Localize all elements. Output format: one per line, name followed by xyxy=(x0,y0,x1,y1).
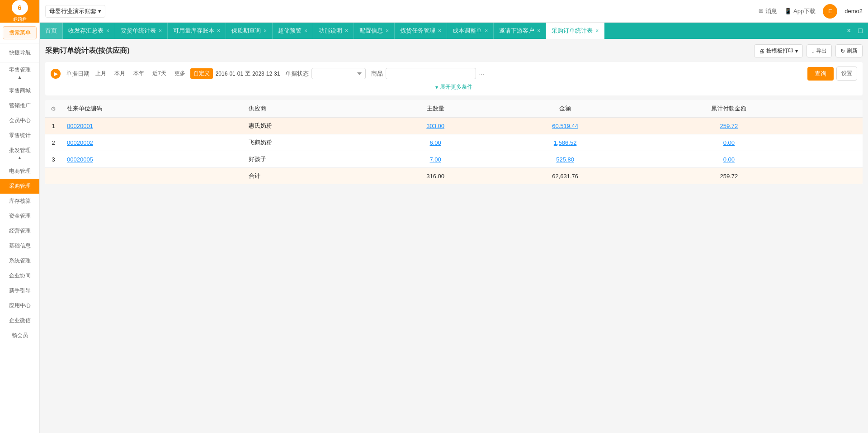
tab-close-icon[interactable]: × xyxy=(106,28,109,34)
code-link[interactable]: 00020002 xyxy=(67,139,93,146)
tab-goods-stat[interactable]: 要货单统计表 × xyxy=(115,23,168,39)
export-btn[interactable]: ↓ 导出 xyxy=(807,44,832,57)
qty-link[interactable]: 7.00 xyxy=(430,156,441,163)
sidebar-item-app-center[interactable]: 应用中心 xyxy=(0,298,39,313)
sidebar-item-enterprise-wx[interactable]: 企业微信 xyxy=(0,313,39,328)
tab-close-icon[interactable]: × xyxy=(345,28,348,34)
tab-invite-downstream[interactable]: 邀请下游客户 × xyxy=(494,23,546,39)
print-icon: 🖨 xyxy=(759,48,764,54)
code-link[interactable]: 00020001 xyxy=(67,123,93,129)
row-amount: 525.80 xyxy=(492,151,638,168)
sidebar-item-member-center[interactable]: 会员中心 xyxy=(0,113,39,128)
table-row[interactable]: 3 00020005 好孩子 7.00 525.80 0.00 xyxy=(45,151,863,168)
user-avatar[interactable]: E xyxy=(823,4,837,19)
row-extra xyxy=(820,151,863,168)
sidebar-item-inventory[interactable]: 库存核算 xyxy=(0,194,39,209)
tab-close-icon[interactable]: × xyxy=(304,28,307,34)
tab-home[interactable]: 首页 xyxy=(40,23,63,39)
message-btn[interactable]: ✉ 消息 xyxy=(759,7,777,15)
sidebar-item-sys-mgmt[interactable]: 系统管理 xyxy=(0,253,39,268)
sidebar-item-enterprise-coop[interactable]: 企业协同 xyxy=(0,268,39,283)
row-paid: 0.00 xyxy=(638,134,820,151)
tab-expiry-query[interactable]: 保质期查询 × xyxy=(226,23,273,39)
tab-overstock-warn[interactable]: 超储预警 × xyxy=(273,23,313,39)
paid-link[interactable]: 259.72 xyxy=(720,123,738,129)
footer-empty xyxy=(45,168,61,185)
sidebar-item-ecom-mgmt[interactable]: 电商管理 xyxy=(0,164,39,179)
tabbar-end: × □ xyxy=(841,26,868,36)
col-header-qty: 主数量 xyxy=(379,100,492,118)
sidebar-nav: 零售管理 ▲ 零售商城 营销推广 会员中心 零售统计 批发管理 ▲ 电商管理 采… xyxy=(0,62,39,433)
tab-close-icon[interactable]: × xyxy=(485,28,488,34)
date-shortcut-custom[interactable]: 自定义 xyxy=(190,68,213,79)
sidebar-item-retail-stat[interactable]: 零售统计 xyxy=(0,128,39,143)
sidebar-item-basic-info[interactable]: 基础信息 xyxy=(0,238,39,253)
date-shortcut-last-month[interactable]: 上月 xyxy=(92,68,109,79)
sidebar-item-member[interactable]: 畅会员 xyxy=(0,328,39,343)
date-shortcut-7days[interactable]: 近7天 xyxy=(149,68,170,79)
tab-close-icon[interactable]: × xyxy=(386,28,389,34)
tab-close-icon[interactable]: × xyxy=(264,28,267,34)
col-settings-icon[interactable]: ⚙ xyxy=(45,100,61,118)
qty-link[interactable]: 303.00 xyxy=(426,123,444,129)
tab-recv-send[interactable]: 收发存汇总表 × xyxy=(63,23,115,39)
sidebar-item-marketing[interactable]: 营销推广 xyxy=(0,98,39,113)
user-avatar-text: E xyxy=(828,8,832,14)
main-area: 母婴行业演示账套 ▾ ✉ 消息 📱 App下载 E demo2 首页 收发存汇总… xyxy=(40,0,868,433)
quick-nav-item[interactable]: 快捷导航 xyxy=(0,45,39,60)
search-menu-btn[interactable]: 搜索菜单 xyxy=(3,26,37,39)
sidebar-item-wholesale-mgmt[interactable]: 批发管理 ▲ xyxy=(0,143,39,164)
search-btn[interactable]: 查询 xyxy=(807,67,834,81)
row-amount: 1,586.52 xyxy=(492,134,638,151)
filter-collapse-btn[interactable]: ▶ xyxy=(51,69,61,79)
tab-purchase-order-stat[interactable]: 采购订单统计表 × xyxy=(546,23,604,39)
tab-close-icon[interactable]: × xyxy=(537,28,540,34)
tab-close-icon[interactable]: × xyxy=(217,28,220,34)
paid-link[interactable]: 0.00 xyxy=(723,156,735,163)
expand-more-btn[interactable]: ▾ 展开更多条件 xyxy=(435,83,472,91)
tab-close-icon[interactable]: × xyxy=(159,28,162,34)
app-download-btn[interactable]: 📱 App下载 xyxy=(784,7,816,15)
date-shortcut-this-year[interactable]: 本年 xyxy=(130,68,147,79)
tab-close-icon[interactable]: × xyxy=(438,28,441,34)
refresh-btn[interactable]: ↻ 刷新 xyxy=(835,44,863,57)
sidebar-item-retail-store[interactable]: 零售商城 xyxy=(0,83,39,98)
goods-input-more-icon[interactable]: ··· xyxy=(479,70,484,77)
sidebar-logo-label: 标题栏 xyxy=(13,16,27,23)
sidebar-item-purchase-mgmt[interactable]: 采购管理 xyxy=(0,179,39,194)
table-row[interactable]: 2 00020002 飞鹤奶粉 6.00 1,586.52 0.00 xyxy=(45,134,863,151)
tab-config-info[interactable]: 配置信息 × xyxy=(354,23,395,39)
sidebar-item-retail-mgmt[interactable]: 零售管理 ▲ xyxy=(0,62,39,83)
sidebar-item-label: 零售管理 xyxy=(9,66,31,74)
sidebar-item-label: 采购管理 xyxy=(9,182,31,190)
table-row[interactable]: 1 00020001 惠氏奶粉 303.00 60,519.44 259.72 xyxy=(45,118,863,134)
code-link[interactable]: 00020005 xyxy=(67,156,93,163)
amount-link[interactable]: 60,519.44 xyxy=(552,123,578,129)
tab-cost-adjust[interactable]: 成本调整单 × xyxy=(447,23,494,39)
paid-link[interactable]: 0.00 xyxy=(723,139,735,146)
tab-restore-icon[interactable]: □ xyxy=(856,26,864,36)
tab-pick-task[interactable]: 拣货任务管理 × xyxy=(395,23,447,39)
settings-btn[interactable]: 设置 xyxy=(836,67,857,81)
sidebar-item-finance[interactable]: 资金管理 xyxy=(0,209,39,224)
tab-label: 可用量库存账本 xyxy=(173,27,214,35)
sidebar-item-ops-mgmt[interactable]: 经营管理 xyxy=(0,224,39,238)
sidebar-item-label: 企业微信 xyxy=(9,317,31,324)
col-header-code: 往来单位编码 xyxy=(61,100,243,118)
amount-link[interactable]: 1,586.52 xyxy=(554,139,577,146)
print-btn[interactable]: 🖨 按模板打印 ▾ xyxy=(754,44,803,57)
account-dropdown[interactable]: 母婴行业演示账套 ▾ xyxy=(45,5,105,18)
tab-close-all-icon[interactable]: × xyxy=(845,26,853,36)
sidebar-item-label: 畅会员 xyxy=(12,332,28,339)
sidebar-item-new-guide[interactable]: 新手引导 xyxy=(0,283,39,298)
amount-link[interactable]: 525.80 xyxy=(556,156,574,163)
qty-link[interactable]: 6.00 xyxy=(430,139,441,146)
tab-func-desc[interactable]: 功能说明 × xyxy=(313,23,354,39)
date-shortcut-this-month[interactable]: 本月 xyxy=(111,68,128,79)
filter-row-main: ▶ 单据日期 上月 本月 本年 近7天 更多 自定义 2016-01-01 至 xyxy=(51,67,857,81)
status-select[interactable] xyxy=(311,68,366,79)
tab-close-icon[interactable]: × xyxy=(595,28,599,34)
tab-avail-inv[interactable]: 可用量库存账本 × xyxy=(168,23,226,39)
date-shortcut-more[interactable]: 更多 xyxy=(171,68,189,79)
goods-input[interactable] xyxy=(386,68,476,79)
